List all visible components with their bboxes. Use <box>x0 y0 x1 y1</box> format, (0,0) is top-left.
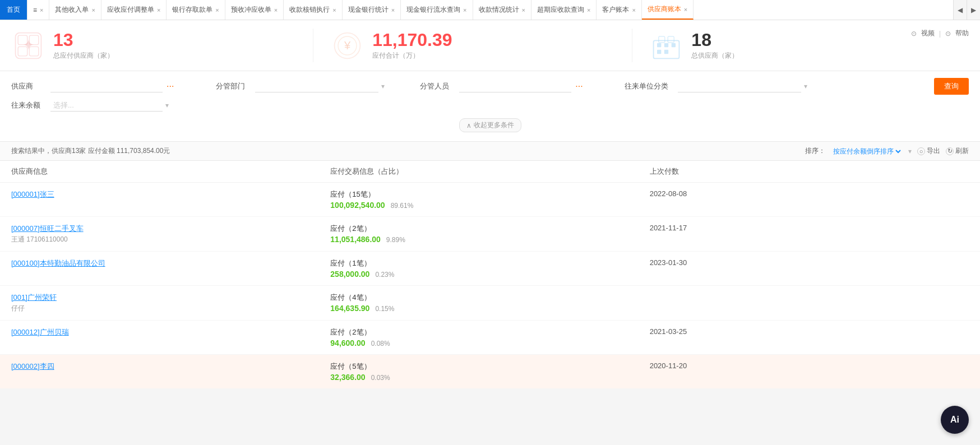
stat-label-3: 总供应商（家） <box>691 51 877 61</box>
nav-tab-customer-ledger[interactable]: 客户账本 × <box>597 0 641 20</box>
person-input[interactable] <box>459 80 571 92</box>
refresh-button[interactable]: ↻ 刷新 <box>946 146 969 156</box>
department-chevron-icon[interactable]: ▾ <box>381 82 385 90</box>
svg-rect-16 <box>668 36 674 43</box>
video-link[interactable]: 视频 <box>921 29 935 38</box>
stat-block-payable-suppliers: ✦ 13 总应付供应商（家） <box>11 29 313 62</box>
category-filter-label: 往来单位分类 <box>625 81 675 91</box>
supplier-info-cell: [000007]恒旺二手叉车 王通 17106110000 <box>11 224 330 244</box>
nav-arrow-right[interactable]: ▶ <box>967 0 980 20</box>
last-pay-cell: 2022-08-08 <box>650 189 969 198</box>
balance-chevron-icon[interactable]: ▾ <box>165 101 169 109</box>
filter-group-balance: 往来余额 ▾ <box>11 99 969 112</box>
tx-percent: 0.23% <box>375 271 394 279</box>
transaction-info-cell: 应付（15笔） 100,092,540.00 89.61% <box>330 189 649 210</box>
tx-percent: 0.08% <box>371 340 390 347</box>
supplier-dots-icon[interactable]: ··· <box>167 81 174 91</box>
sort-select[interactable]: 按应付余额倒序排序 <box>831 147 903 156</box>
tx-amount[interactable]: 100,092,540.00 <box>330 201 385 210</box>
supplier-link[interactable]: [000002]李四 <box>11 361 330 372</box>
export-button[interactable]: ○ 导出 <box>917 146 940 156</box>
tx-amount[interactable]: 94,600.00 <box>330 339 365 347</box>
tx-percent: 9.89% <box>386 236 405 244</box>
last-pay-cell: 2021-03-25 <box>650 327 969 336</box>
nav-home[interactable]: 首页 <box>0 0 27 20</box>
result-summary: 搜索结果中，供应商13家 应付金额 111,703,854.00元 <box>11 146 170 156</box>
filter-group-department: 分管部门 ▾ <box>216 80 415 92</box>
collapse-button[interactable]: ∧ 收起更多条件 <box>459 118 521 132</box>
transaction-info-cell: 应付（4笔） 164,635.90 0.15% <box>330 293 649 313</box>
tx-amount[interactable]: 11,051,486.00 <box>330 235 381 244</box>
person-dots-icon[interactable]: ··· <box>575 81 583 91</box>
svg-text:¥: ¥ <box>344 39 351 51</box>
nav-tab-collection-stat[interactable]: 收款情况统计 × <box>473 0 531 20</box>
supplier-link[interactable]: [000012]广州贝瑞 <box>11 327 330 337</box>
help-bar: ⊙ 视频 | ⊙ 帮助 <box>911 29 969 38</box>
svg-rect-10 <box>657 43 661 47</box>
table-row: [000012]广州贝瑞 应付（2笔） 94,600.00 0.08% 2021… <box>0 321 980 355</box>
nav-tab-adjustment[interactable]: 应收应付调整单 × <box>101 0 167 20</box>
supplier-link[interactable]: [000007]恒旺二手叉车 <box>11 224 330 234</box>
nav-tab-cash-stat[interactable]: 现金银行统计 × <box>343 0 401 20</box>
category-chevron-icon[interactable]: ▾ <box>804 82 807 90</box>
stat-text-2: 11,170.39 应付合计（万） <box>372 31 615 61</box>
supplier-info-cell: [000012]广州贝瑞 <box>11 327 330 337</box>
filter-row-1: 供应商 ··· 分管部门 ▾ 分管人员 ··· 往来单位分类 ▾ 查询 <box>11 78 969 95</box>
last-pay-cell: 2021-11-17 <box>650 224 969 232</box>
nav-tab-menu[interactable]: ≡ × <box>27 0 49 20</box>
supplier-input[interactable] <box>50 80 163 92</box>
column-supplier-info: 供应商信息 <box>11 166 330 177</box>
tx-percent: 0.03% <box>371 374 390 382</box>
stat-block-payable-total: ¥ 11,170.39 应付合计（万） <box>330 29 632 62</box>
department-input[interactable] <box>255 80 378 92</box>
last-pay-cell: 2020-11-20 <box>650 361 969 370</box>
nav-tab-prepay[interactable]: 预收冲应收单 × <box>225 0 284 20</box>
svg-rect-13 <box>657 49 661 53</box>
nav-tab-bank[interactable]: 银行存取款单 × <box>167 0 225 20</box>
nav-tab-collection[interactable]: 收款核销执行 × <box>284 0 342 20</box>
nav-tab-other-income[interactable]: 其他收入单 × <box>49 0 101 20</box>
help-link[interactable]: 帮助 <box>955 29 969 38</box>
supplier-link[interactable]: [000100]本特勤油品有限公司 <box>11 258 330 268</box>
collapse-bar: ∧ 收起更多条件 <box>11 116 969 135</box>
nav-tab-cash-flow[interactable]: 现金银行流水查询 × <box>401 0 473 20</box>
supplier-link[interactable]: [000001]张三 <box>11 189 330 200</box>
collapse-chevron-icon: ∧ <box>466 122 471 129</box>
category-input[interactable] <box>678 80 801 92</box>
tx-amount[interactable]: 32,366.00 <box>330 373 365 382</box>
refresh-label: 刷新 <box>955 146 969 156</box>
person-filter-label: 分管人员 <box>420 81 456 91</box>
nav-tab-overdue[interactable]: 超期应收款查询 × <box>531 0 597 20</box>
nav-tab-supplier-ledger[interactable]: 供应商账本 × <box>642 0 694 20</box>
collapse-label: 收起更多条件 <box>474 120 514 130</box>
data-table: 供应商信息 应付交易信息（占比） 上次付数 [000001]张三 应付（15笔）… <box>0 161 980 389</box>
stats-bar: ✦ 13 总应付供应商（家） ¥ 11,170.39 应付合计（万） <box>0 20 980 71</box>
stat-label-1: 总应付供应商（家） <box>53 51 296 61</box>
tx-row: 32,366.00 0.03% <box>330 372 649 382</box>
supplier-info-cell: [001]广州荣轩 仔仔 <box>11 293 330 313</box>
query-button[interactable]: 查询 <box>934 78 969 95</box>
tx-percent: 89.61% <box>391 202 414 210</box>
tx-label: 应付（4笔） <box>330 293 649 303</box>
supplier-link[interactable]: [001]广州荣轩 <box>11 293 330 303</box>
tx-row: 94,600.00 0.08% <box>330 337 649 347</box>
sort-chevron-icon[interactable]: ▾ <box>908 147 912 155</box>
top-navigation: 首页 ≡ × 其他收入单 × 应收应付调整单 × 银行存取款单 × 预收冲应收单… <box>0 0 980 20</box>
svg-rect-12 <box>672 43 676 47</box>
sort-label: 排序： <box>805 146 825 156</box>
filter-row-2: 往来余额 ▾ <box>11 99 969 112</box>
transaction-info-cell: 应付（2笔） 94,600.00 0.08% <box>330 327 649 347</box>
svg-rect-15 <box>659 36 665 43</box>
supplier-info-cell: [000100]本特勤油品有限公司 <box>11 258 330 268</box>
stat-block-total-suppliers: 18 总供应商（家） <box>649 29 894 62</box>
nav-arrow-left[interactable]: ◀ <box>953 0 967 20</box>
svg-rect-14 <box>664 49 668 53</box>
table-row: [000100]本特勤油品有限公司 应付（1笔） 258,000.00 0.23… <box>0 252 980 286</box>
table-row: [000007]恒旺二手叉车 王通 17106110000 应付（2笔） 11,… <box>0 217 980 252</box>
balance-input[interactable] <box>50 99 163 112</box>
tx-amount[interactable]: 164,635.90 <box>330 304 369 313</box>
stat-number-2: 11,170.39 <box>372 31 615 49</box>
tx-amount[interactable]: 258,000.00 <box>330 270 369 279</box>
export-icon: ○ <box>917 147 925 155</box>
nav-scroll-arrows: ◀ ▶ <box>953 0 980 20</box>
